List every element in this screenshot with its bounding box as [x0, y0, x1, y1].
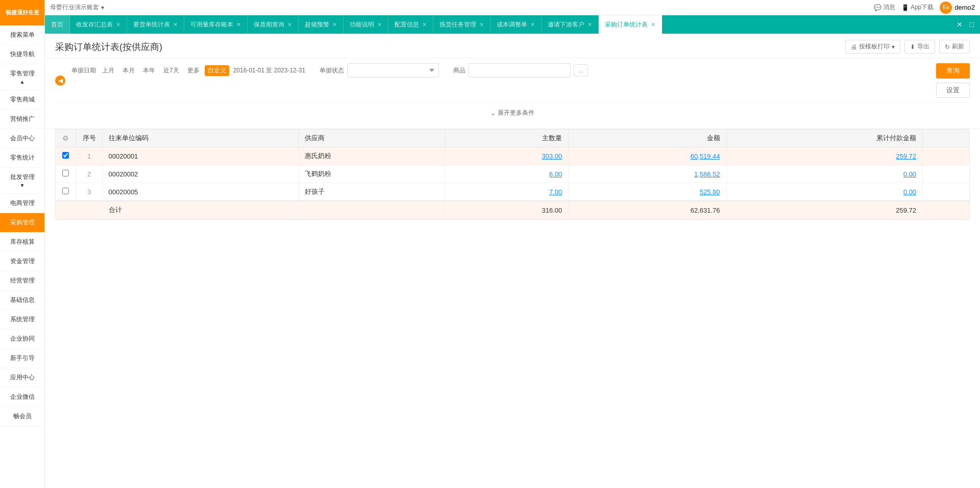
sidebar-item-system[interactable]: 系统管理 — [0, 310, 44, 329]
tab-yaohuodansingle[interactable]: 要货单统计表✕ — [127, 15, 184, 34]
tab-close-baozhouqi[interactable]: ✕ — [287, 21, 292, 28]
tab-label-home: 首页 — [51, 20, 63, 29]
tab-close-keyongliang[interactable]: ✕ — [236, 21, 241, 28]
settings-btn[interactable]: 设置 — [936, 83, 970, 98]
table-container: ⚙ 序号 往来单位编码 供应商 主数量 金额 累计付款金额 1 000200 — [55, 129, 970, 220]
tab-peizhi[interactable]: 配置信息✕ — [388, 15, 433, 34]
table-row: 1 00020001 惠氏奶粉 303.00 60,519.44 259.72 — [56, 147, 969, 165]
tab-baozhouqi[interactable]: 保质期查询✕ — [248, 15, 299, 34]
goods-more-btn[interactable]: ... — [574, 64, 588, 76]
date-btn-7days[interactable]: 近7天 — [160, 65, 182, 76]
row-num: 2 — [76, 165, 102, 183]
workspace-selector[interactable]: 母婴行业演示账套 ▾ — [50, 3, 870, 12]
user-menu[interactable]: Ea demo2 — [940, 2, 975, 14]
expand-filter-row: ⌄ 展开更多条件 — [55, 102, 970, 123]
expand-filter-btn[interactable]: ⌄ 展开更多条件 — [484, 106, 541, 120]
sidebar-item-retail-mall[interactable]: 零售商城 — [0, 90, 44, 110]
row-checkbox[interactable] — [56, 165, 76, 183]
tab-close-yaoqing[interactable]: ✕ — [587, 21, 592, 28]
tab-label-keyongliang: 可用量库存账本 — [190, 20, 233, 29]
row-paid: 259.72 — [726, 147, 923, 165]
sidebar-item-label-retail-mall: 零售商城 — [10, 95, 35, 104]
table-setting-icon[interactable]: ⚙ — [62, 134, 69, 142]
close-all-tabs-btn[interactable]: ✕ — [954, 19, 965, 30]
print-icon: 🖨 — [851, 43, 857, 50]
export-btn[interactable]: ⬇ 导出 — [904, 40, 935, 54]
tab-zhuohuo[interactable]: 拣货任务管理✕ — [433, 15, 491, 34]
sidebar-item-app-center[interactable]: 应用中心 — [0, 368, 44, 388]
sidebar-item-quick-nav[interactable]: 快捷导航 — [0, 45, 44, 64]
sidebar-item-inventory[interactable]: 库存核算 — [0, 233, 44, 252]
row-checkbox[interactable] — [56, 147, 76, 165]
sidebar-item-ecommerce[interactable]: 电商管理 — [0, 194, 44, 213]
status-select[interactable]: 待审核 已审核 — [347, 63, 439, 78]
tab-label-yaohuodansingle: 要货单统计表 — [133, 20, 170, 29]
sidebar-item-marketing[interactable]: 营销推广 — [0, 110, 44, 129]
tab-home[interactable]: 首页 — [45, 15, 70, 34]
sidebar-item-new-guide[interactable]: 新手引导 — [0, 349, 44, 368]
tab-close-zhuohuo[interactable]: ✕ — [479, 21, 484, 28]
tab-close-chengben[interactable]: ✕ — [530, 21, 535, 28]
tab-gongneng[interactable]: 功能说明✕ — [344, 15, 388, 34]
topbar: 母婴行业演示账套 ▾ 💬 消息 📱 App下载 Ea demo2 — [45, 0, 980, 15]
sidebar-item-label-members: 畅会员 — [13, 412, 32, 421]
tab-caigou[interactable]: 采购订单统计表✕ — [599, 15, 662, 34]
sidebar-item-enterprise-wechat[interactable]: 企业微信 — [0, 388, 44, 407]
row-unit-code: 00020002 — [102, 165, 299, 183]
filter-left: 单据日期 上月 本月 本年 近7天 更多 自定义 — [71, 63, 930, 78]
tab-close-peizhi[interactable]: ✕ — [422, 21, 427, 28]
tab-chaochuyujing[interactable]: 超储预警✕ — [299, 15, 344, 34]
app-download-btn[interactable]: 📱 App下载 — [901, 3, 934, 12]
tab-close-chaochuyujing[interactable]: ✕ — [332, 21, 337, 28]
collapse-filter-btn[interactable]: ◀ — [55, 75, 65, 86]
date-btn-more[interactable]: 更多 — [184, 65, 203, 76]
message-btn[interactable]: 💬 消息 — [874, 3, 895, 12]
sidebar-item-enterprise[interactable]: 企业协同 — [0, 329, 44, 349]
sidebar-item-finance[interactable]: 资金管理 — [0, 252, 44, 271]
refresh-btn[interactable]: ↻ 刷新 — [939, 40, 970, 54]
sidebar-item-wholesale-mgmt[interactable]: 批发管理▼ — [0, 168, 44, 194]
tab-label-yaoqing: 邀请下游客户 — [548, 20, 584, 29]
sidebar-item-retail-stats[interactable]: 零售统计 — [0, 148, 44, 168]
date-btn-custom[interactable]: 自定义 — [205, 65, 229, 76]
print-btn[interactable]: 🖨 按模板打印 ▾ — [845, 40, 900, 54]
tab-label-chengben: 成本调整单 — [497, 20, 527, 29]
sidebar-item-label-ecommerce: 电商管理 — [10, 199, 35, 208]
goods-input[interactable] — [469, 63, 571, 78]
sidebar-item-search[interactable]: 搜索菜单 — [0, 25, 44, 45]
footer-supplier — [299, 201, 445, 219]
tab-close-gongneng[interactable]: ✕ — [377, 21, 382, 28]
footer-qty: 316.00 — [445, 201, 569, 219]
footer-label: 合计 — [102, 201, 299, 219]
sidebar-item-basic-info[interactable]: 基础信息 — [0, 291, 44, 310]
date-btn-last-month[interactable]: 上月 — [99, 65, 117, 76]
table-footer-row: 合计 316.00 62,631.76 259.72 — [56, 201, 969, 219]
maximize-btn[interactable]: □ — [968, 19, 976, 30]
tab-close-yaohuodansingle[interactable]: ✕ — [173, 21, 178, 28]
row-qty: 7.00 — [445, 183, 569, 201]
tab-chengben[interactable]: 成本调整单✕ — [491, 15, 542, 34]
sidebar-item-label-finance: 资金管理 — [10, 257, 35, 266]
row-checkbox[interactable] — [56, 183, 76, 201]
data-table: ⚙ 序号 往来单位编码 供应商 主数量 金额 累计付款金额 1 000200 — [56, 130, 969, 219]
tab-keyongliang[interactable]: 可用量库存账本✕ — [184, 15, 248, 34]
sidebar-item-member[interactable]: 会员中心 — [0, 129, 44, 148]
tab-close-shoufahuibi[interactable]: ✕ — [116, 21, 120, 28]
row-extra — [923, 147, 969, 165]
tab-close-caigou[interactable]: ✕ — [651, 21, 655, 28]
sidebar-item-retail-mgmt[interactable]: 零售管理▲ — [0, 64, 44, 90]
tab-shoufahuibi[interactable]: 收发存汇总表✕ — [70, 15, 127, 34]
row-supplier: 惠氏奶粉 — [299, 147, 445, 165]
sidebar-item-members[interactable]: 畅会员 — [0, 407, 44, 426]
query-btn[interactable]: 查询 — [936, 63, 970, 79]
sidebar-item-label-retail-mgmt: 零售管理 — [10, 69, 35, 78]
date-btn-this-year[interactable]: 本年 — [140, 65, 158, 76]
sidebar-item-purchase-mgmt[interactable]: 采购管理 — [0, 213, 44, 233]
row-num: 3 — [76, 183, 102, 201]
row-qty: 303.00 — [445, 147, 569, 165]
export-label: 导出 — [917, 42, 929, 51]
date-btn-this-month[interactable]: 本月 — [119, 65, 138, 76]
tab-yaoqing[interactable]: 邀请下游客户✕ — [542, 15, 599, 34]
sidebar-item-operations[interactable]: 经营管理 — [0, 271, 44, 291]
tab-label-peizhi: 配置信息 — [395, 20, 419, 29]
